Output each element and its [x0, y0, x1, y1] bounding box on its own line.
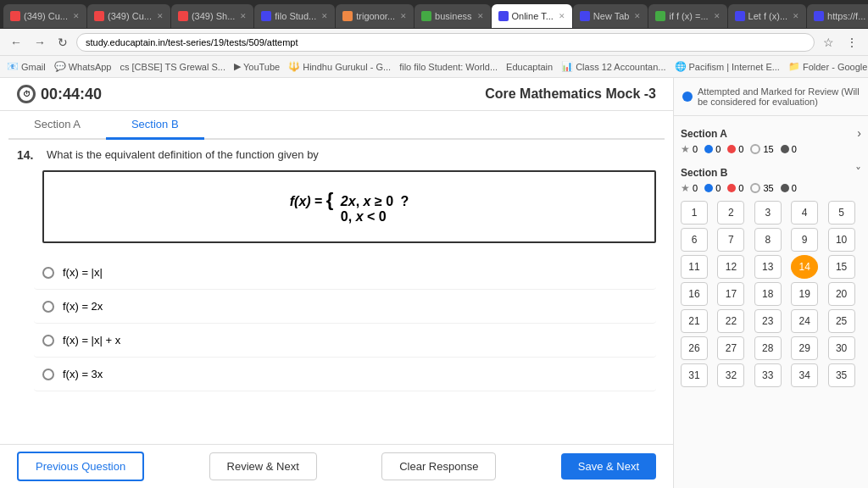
question-grid-btn-20[interactable]: 20: [828, 282, 855, 306]
timer-icon: ⏱: [17, 85, 36, 103]
tab-favicon-1: [10, 11, 20, 21]
question-grid-btn-12[interactable]: 12: [717, 255, 744, 279]
tab-close-5[interactable]: ✕: [400, 12, 407, 20]
question-grid-btn-6[interactable]: 6: [681, 228, 708, 252]
tab-close-1[interactable]: ✕: [73, 12, 80, 20]
tab-2[interactable]: (349) Cu... ✕: [87, 4, 170, 28]
tab-11[interactable]: https://f... ✕: [807, 4, 868, 28]
section-a-toggle[interactable]: ›: [857, 126, 861, 140]
tab-8[interactable]: New Tab ✕: [573, 4, 648, 28]
question-grid-btn-31[interactable]: 31: [681, 363, 708, 387]
question-grid-btn-35[interactable]: 35: [828, 363, 855, 387]
previous-button[interactable]: Previous Question: [17, 452, 144, 481]
tab-close-2[interactable]: ✕: [157, 12, 164, 20]
clear-button[interactable]: Clear Response: [381, 452, 496, 480]
back-button[interactable]: ←: [7, 34, 25, 51]
save-next-button[interactable]: Save & Next: [561, 453, 656, 480]
question-grid-btn-11[interactable]: 11: [681, 255, 708, 279]
tab-9[interactable]: if f (x) =... ✕: [648, 4, 726, 28]
question-grid-btn-1[interactable]: 1: [681, 201, 708, 225]
tab-label-6: business: [435, 11, 471, 21]
tab-close-9[interactable]: ✕: [714, 12, 721, 20]
question-header: 14. What is the equivalent definition of…: [17, 148, 656, 162]
tab-4[interactable]: filo Stud... ✕: [254, 4, 335, 28]
address-bar[interactable]: [76, 33, 815, 52]
section-b-toggle[interactable]: ˅: [855, 165, 861, 179]
section-b-label: Section B: [681, 167, 727, 179]
question-grid-btn-17[interactable]: 17: [717, 282, 744, 306]
tab-section-b[interactable]: Section B: [106, 111, 204, 140]
bookmark-pacifism[interactable]: 🌐 Pacifism | Internet E...: [675, 61, 780, 72]
question-grid-btn-34[interactable]: 34: [791, 363, 818, 387]
tab-favicon-10: [735, 11, 745, 21]
question-grid-btn-22[interactable]: 22: [717, 309, 744, 333]
tab-6[interactable]: business ✕: [415, 4, 490, 28]
bookmark-whatsapp[interactable]: 💬 WhatsApp: [54, 61, 112, 72]
tab-10[interactable]: Let f (x)... ✕: [728, 4, 806, 28]
question-grid-btn-27[interactable]: 27: [717, 336, 744, 360]
tab-close-6[interactable]: ✕: [477, 12, 484, 20]
question-grid-btn-28[interactable]: 28: [754, 336, 782, 360]
tab-7[interactable]: Online T... ✕: [492, 4, 572, 28]
question-grid-btn-3[interactable]: 3: [754, 201, 782, 225]
tab-5[interactable]: trigonor... ✕: [336, 4, 414, 28]
question-grid-btn-8[interactable]: 8: [754, 228, 782, 252]
question-grid-btn-5[interactable]: 5: [828, 201, 855, 225]
question-grid-btn-30[interactable]: 30: [828, 336, 855, 360]
tab-close-7[interactable]: ✕: [559, 12, 565, 20]
question-grid-btn-16[interactable]: 16: [681, 282, 708, 306]
forward-button[interactable]: →: [31, 34, 49, 51]
section-a-label: Section A: [681, 128, 727, 140]
bookmark-gmail[interactable]: 📧 Gmail: [7, 61, 46, 72]
timer-value: 00:44:40: [41, 86, 102, 103]
math-formula: f(x) = { 2x, x ≥ 0 0, x < 0 ?: [61, 189, 637, 225]
tab-3[interactable]: (349) Sh... ✕: [171, 4, 253, 28]
option-d[interactable]: f(x) = 3x: [34, 358, 656, 391]
bookmark-hindhu[interactable]: 🔱 Hindhu Gurukul - G...: [288, 61, 391, 72]
question-grid-btn-25[interactable]: 25: [828, 309, 855, 333]
question-grid-btn-2[interactable]: 2: [717, 201, 744, 225]
menu-button[interactable]: ⋮: [843, 34, 861, 51]
question-grid-btn-33[interactable]: 33: [754, 363, 782, 387]
bookmark-youtube[interactable]: ▶ YouTube: [234, 61, 280, 72]
bookmark-cs[interactable]: cs [CBSE] TS Grewal S...: [120, 62, 225, 72]
reload-button[interactable]: ↻: [54, 34, 71, 51]
bookmark-filo[interactable]: filo filo Student: World...: [399, 62, 498, 72]
question-grid-btn-9[interactable]: 9: [791, 228, 818, 252]
question-grid-btn-10[interactable]: 10: [828, 228, 855, 252]
question-grid-btn-4[interactable]: 4: [791, 201, 818, 225]
tab-1[interactable]: (349) Cu... ✕: [3, 4, 86, 28]
tab-close-8[interactable]: ✕: [634, 12, 641, 20]
question-grid-btn-13[interactable]: 13: [754, 255, 782, 279]
question-grid-btn-24[interactable]: 24: [791, 309, 818, 333]
question-grid-btn-15[interactable]: 15: [828, 255, 855, 279]
question-grid-btn-29[interactable]: 29: [791, 336, 818, 360]
bookmarks-bar: 📧 Gmail 💬 WhatsApp cs [CBSE] TS Grewal S…: [0, 56, 868, 78]
tab-section-a[interactable]: Section A: [8, 111, 106, 140]
question-grid-btn-23[interactable]: 23: [754, 309, 782, 333]
option-c-text: f(x) = |x| + x: [63, 334, 120, 347]
bookmark-folder[interactable]: 📁 Folder - Google Dri...: [788, 61, 868, 72]
bookmark-educaptain[interactable]: Educaptain: [506, 62, 553, 72]
bookmark-button[interactable]: ☆: [820, 34, 837, 51]
question-grid-btn-32[interactable]: 32: [717, 363, 744, 387]
question-grid-btn-18[interactable]: 18: [754, 282, 782, 306]
option-b[interactable]: f(x) = 2x: [34, 290, 656, 324]
option-c[interactable]: f(x) = |x| + x: [34, 324, 656, 358]
tab-favicon-9: [655, 11, 665, 21]
question-grid-btn-21[interactable]: 21: [681, 309, 708, 333]
tab-close-10[interactable]: ✕: [793, 12, 799, 20]
tab-label-10: Let f (x)...: [748, 11, 787, 21]
option-a[interactable]: f(x) = |x|: [34, 256, 656, 290]
bookmark-class12[interactable]: 📊 Class 12 Accountan...: [561, 61, 665, 72]
tab-favicon-5: [342, 11, 353, 21]
tab-close-4[interactable]: ✕: [321, 12, 328, 20]
tab-close-3[interactable]: ✕: [240, 12, 247, 20]
tab-favicon-6: [421, 11, 431, 21]
question-grid-btn-26[interactable]: 26: [681, 336, 708, 360]
question-grid-btn-7[interactable]: 7: [717, 228, 744, 252]
question-grid-btn-14[interactable]: 14: [791, 255, 818, 279]
question-grid-btn-19[interactable]: 19: [791, 282, 818, 306]
review-button[interactable]: Review & Next: [209, 452, 317, 480]
option-radio-d: [42, 369, 54, 380]
